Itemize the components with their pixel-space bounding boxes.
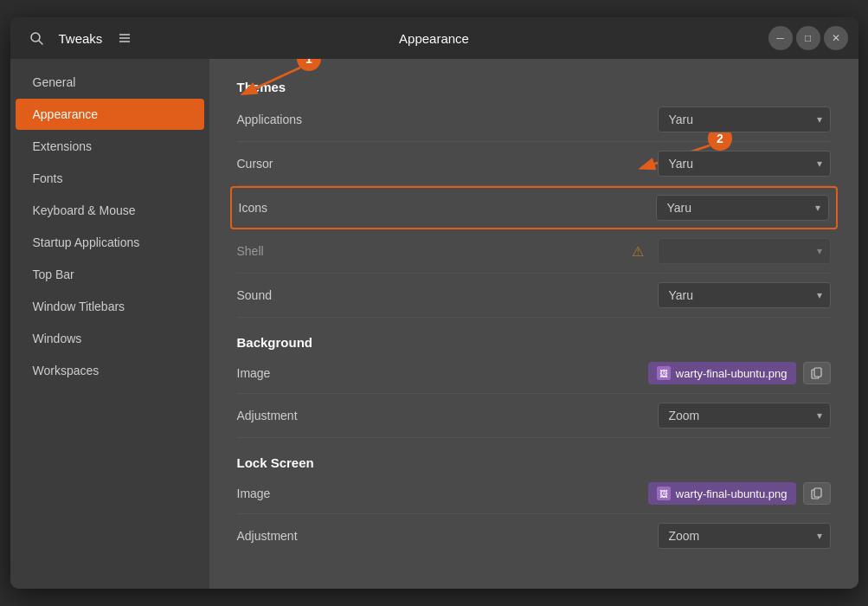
lockscreen-image-copy-button[interactable] [803,482,831,505]
lockscreen-image-value: 🖼 warty-final-ubuntu.png [648,482,796,505]
background-image-filename: warty-final-ubuntu.png [676,367,788,380]
sidebar: General Appearance Extensions Fonts Keyb… [10,59,209,589]
lockscreen-adjustment-label: Adjustment [237,529,658,543]
titlebar-left: Tweaks [21,23,141,54]
sound-select-wrap: Yaru [658,282,831,308]
main-panel: 1 2 Themes Application [209,59,858,589]
shell-control: ⚠ [632,238,831,264]
shell-select-wrap [658,238,831,264]
themes-section-title: Themes [237,80,831,94]
background-adjustment-select-wrap: Zoom [658,403,831,429]
cursor-control: Yaru [658,151,831,177]
sound-row: Sound Yaru [237,274,831,318]
shell-row: Shell ⚠ [237,229,831,274]
shell-label: Shell [237,244,632,258]
background-adjustment-row: Adjustment Zoom [237,394,831,438]
lockscreen-adjustment-select-wrap: Zoom [658,523,831,549]
background-image-value: 🖼 warty-final-ubuntu.png [648,362,796,384]
lockscreen-image-filename: warty-final-ubuntu.png [676,487,788,500]
cursor-row: Cursor Yaru [237,142,831,186]
background-section-title: Background [237,335,831,350]
background-adjustment-label: Adjustment [237,409,658,422]
search-button[interactable] [21,23,52,54]
close-button[interactable]: ✕ [824,26,848,50]
icons-label: Icons [239,201,656,215]
cursor-dropdown[interactable]: Yaru [658,151,831,177]
svg-text:1: 1 [305,59,312,66]
titlebar: Tweaks Appearance ─ □ ✕ [10,17,858,59]
cursor-select-wrap: Yaru [658,151,831,177]
background-adjustment-control: Zoom [658,403,831,429]
background-image-label: Image [237,366,648,380]
applications-dropdown[interactable]: Yaru [658,106,831,132]
icons-dropdown[interactable]: Yaru [656,195,829,221]
shell-dropdown[interactable] [658,238,831,264]
lockscreen-image-icon: 🖼 [657,487,671,500]
background-image-row: Image 🖼 warty-final-ubuntu.png [237,353,831,394]
sidebar-item-fonts[interactable]: Fonts [16,163,204,194]
lockscreen-adjustment-dropdown[interactable]: Zoom [658,523,831,549]
svg-point-5 [297,59,321,71]
icons-row: Icons Yaru [230,186,838,229]
menu-button[interactable] [109,23,140,54]
lockscreen-adjustment-row: Adjustment Zoom [237,514,831,558]
svg-rect-14 [814,488,821,497]
applications-row: Applications Yaru [237,98,831,142]
sound-control: Yaru [658,282,831,308]
window-controls: ─ □ ✕ [768,26,848,50]
background-adjustment-dropdown[interactable]: Zoom [658,403,831,429]
lockscreen-adjustment-control: Zoom [658,523,831,549]
lockscreen-image-control: 🖼 warty-final-ubuntu.png [648,482,831,505]
sound-label: Sound [237,288,658,302]
applications-control: Yaru [658,106,831,132]
applications-select-wrap: Yaru [658,106,831,132]
sound-dropdown[interactable]: Yaru [658,282,831,308]
lockscreen-image-row: Image 🖼 warty-final-ubuntu.png [237,474,831,514]
minimize-button[interactable]: ─ [768,26,793,50]
icons-control: Yaru [656,195,829,221]
sidebar-item-general[interactable]: General [16,67,204,98]
svg-line-1 [39,41,42,44]
sidebar-item-window-titlebars[interactable]: Window Titlebars [16,291,204,322]
background-image-icon: 🖼 [657,366,671,380]
sidebar-item-extensions[interactable]: Extensions [16,131,204,162]
app-name: Tweaks [59,31,103,46]
warning-icon: ⚠ [632,243,644,260]
svg-rect-12 [814,368,821,377]
background-image-copy-button[interactable] [803,362,831,384]
sidebar-item-workspaces[interactable]: Workspaces [16,355,204,386]
sidebar-item-top-bar[interactable]: Top Bar [16,259,204,290]
sidebar-item-startup-applications[interactable]: Startup Applications [16,227,204,258]
background-image-control: 🖼 warty-final-ubuntu.png [648,362,831,384]
sidebar-item-keyboard-mouse[interactable]: Keyboard & Mouse [16,195,204,226]
maximize-button[interactable]: □ [796,26,820,50]
icons-select-wrap: Yaru [656,195,829,221]
sidebar-item-appearance[interactable]: Appearance [16,99,204,130]
cursor-label: Cursor [237,157,658,171]
content-area: General Appearance Extensions Fonts Keyb… [10,59,858,589]
lock-screen-section-title: Lock Screen [237,455,831,470]
window-title: Appearance [399,31,469,46]
main-window: Tweaks Appearance ─ □ ✕ General Appearan… [10,17,858,589]
applications-label: Applications [237,113,658,126]
lockscreen-image-label: Image [237,487,648,500]
sidebar-item-windows[interactable]: Windows [16,323,204,354]
